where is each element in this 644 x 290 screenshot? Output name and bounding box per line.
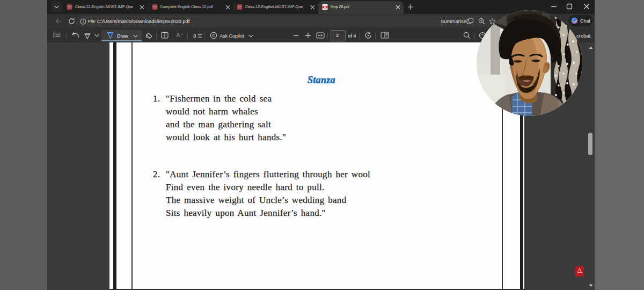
- svg-text:Stanza: Stanza: [308, 75, 335, 85]
